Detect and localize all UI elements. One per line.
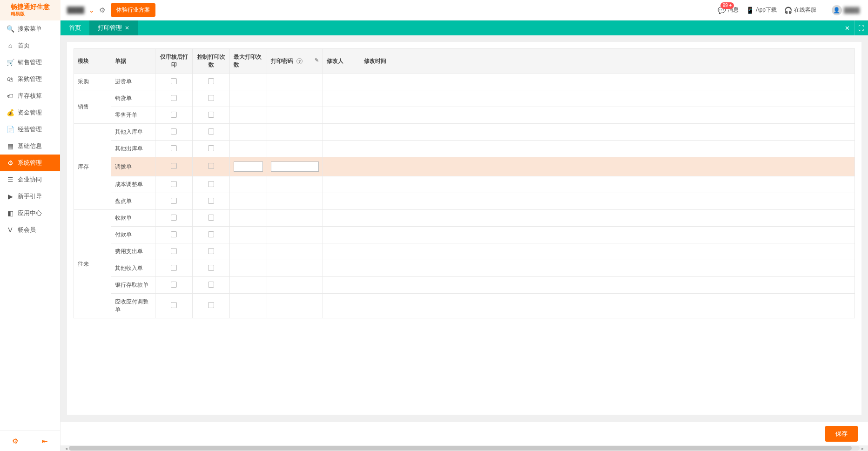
checkbox-control[interactable]	[208, 95, 214, 101]
sidebar-item-6[interactable]: 📄经营管理	[0, 121, 60, 138]
checkbox-control[interactable]	[208, 302, 214, 308]
cell-module: 销售	[74, 90, 111, 124]
gear-icon[interactable]: ⚙	[99, 6, 105, 14]
cell-max	[230, 141, 267, 157]
cell-modtime	[360, 294, 855, 318]
checkbox-control[interactable]	[208, 145, 214, 151]
scroll-thumb[interactable]	[69, 446, 852, 451]
sidebar-item-7[interactable]: ▦基础信息	[0, 138, 60, 155]
cell-control	[193, 74, 230, 90]
checkbox-control[interactable]	[208, 215, 214, 221]
checkbox-control[interactable]	[208, 282, 214, 288]
cell-doc: 其他入库单	[111, 124, 155, 141]
cell-pwd	[267, 157, 323, 176]
org-selector[interactable]: ████ ⌄ ⚙	[67, 6, 105, 14]
divider	[824, 6, 824, 14]
sidebar-item-label: 新手引导	[18, 192, 42, 201]
checkbox-audit[interactable]	[171, 248, 177, 254]
cell-control	[193, 90, 230, 107]
sidebar-item-0[interactable]: 🔍搜索菜单	[0, 20, 60, 37]
app-download-button[interactable]: 📱 App下载	[746, 6, 777, 14]
sidebar-item-9[interactable]: ☰企业协同	[0, 171, 60, 188]
tabs-close-all[interactable]: ✕	[840, 20, 854, 35]
cell-doc: 应收应付调整单	[111, 294, 155, 318]
cell-modtime	[360, 90, 855, 107]
settings-icon[interactable]: ⚙	[12, 437, 18, 445]
checkbox-audit[interactable]	[171, 231, 177, 237]
customer-service-button[interactable]: 🎧 在线客服	[784, 6, 816, 14]
sidebar-item-3[interactable]: 🛍采购管理	[0, 71, 60, 88]
max-print-input[interactable]	[234, 162, 263, 172]
cell-max	[230, 277, 267, 294]
cell-modifier	[323, 141, 360, 157]
collapse-icon[interactable]: ⇤	[42, 437, 48, 445]
sidebar-item-1[interactable]: ⌂首页	[0, 37, 60, 54]
cell-max	[230, 157, 267, 176]
cell-control	[193, 294, 230, 318]
cell-doc: 收款单	[111, 210, 155, 227]
checkbox-control[interactable]	[208, 163, 214, 169]
cell-doc: 其他出库单	[111, 141, 155, 157]
close-icon[interactable]: ✕	[125, 25, 129, 31]
messages-badge: 99 +	[720, 2, 734, 9]
sidebar-item-label: 畅会员	[18, 226, 36, 234]
tab-print-manage[interactable]: 打印管理 ✕	[89, 20, 138, 35]
sidebar-item-2[interactable]: 🛒销售管理	[0, 54, 60, 71]
print-password-input[interactable]	[271, 162, 319, 172]
save-button[interactable]: 保存	[825, 426, 858, 442]
sidebar-item-8[interactable]: ⚙系统管理	[0, 155, 60, 171]
cell-max	[230, 176, 267, 193]
user-menu[interactable]: 👤 ████	[832, 5, 860, 15]
cell-audit	[155, 107, 193, 124]
checkbox-control[interactable]	[208, 78, 214, 84]
checkbox-audit[interactable]	[171, 198, 177, 204]
cell-max	[230, 260, 267, 277]
checkbox-control[interactable]	[208, 231, 214, 237]
horizontal-scrollbar[interactable]: ◂ ▸	[61, 445, 868, 451]
checkbox-control[interactable]	[208, 181, 214, 187]
sidebar-item-label: 库存核算	[18, 92, 42, 100]
checkbox-control[interactable]	[208, 198, 214, 204]
checkbox-audit[interactable]	[171, 215, 177, 221]
scroll-track[interactable]	[69, 446, 860, 451]
sidebar-item-12[interactable]: V畅会员	[0, 222, 60, 238]
sidebar-item-5[interactable]: 💰资金管理	[0, 104, 60, 121]
sidebar-item-4[interactable]: 🏷库存核算	[0, 88, 60, 104]
sidebar-item-11[interactable]: ◧应用中心	[0, 205, 60, 222]
industry-plan-button[interactable]: 体验行业方案	[111, 3, 155, 17]
scroll-right-icon[interactable]: ▸	[860, 446, 865, 451]
checkbox-audit[interactable]	[171, 128, 177, 135]
cell-max	[230, 90, 267, 107]
sidebar-item-10[interactable]: ▶新手引导	[0, 188, 60, 205]
edit-icon[interactable]: ✎	[315, 57, 319, 63]
checkbox-audit[interactable]	[171, 163, 177, 169]
checkbox-audit[interactable]	[171, 78, 177, 84]
fullscreen-icon[interactable]: ⛶	[854, 20, 868, 35]
checkbox-control[interactable]	[208, 112, 214, 118]
cell-max	[230, 74, 267, 90]
checkbox-audit[interactable]	[171, 302, 177, 308]
checkbox-audit[interactable]	[171, 112, 177, 118]
help-icon[interactable]: ?	[296, 58, 303, 64]
sidebar-icon: ▦	[7, 142, 14, 150]
tab-home[interactable]: 首页	[61, 20, 89, 35]
checkbox-audit[interactable]	[171, 145, 177, 151]
checkbox-audit[interactable]	[171, 282, 177, 288]
checkbox-audit[interactable]	[171, 265, 177, 271]
sidebar-icon: V	[7, 226, 14, 234]
checkbox-audit[interactable]	[171, 95, 177, 101]
sidebar-icon: ⌂	[7, 42, 14, 49]
checkbox-control[interactable]	[208, 248, 214, 254]
cell-audit	[155, 176, 193, 193]
checkbox-control[interactable]	[208, 128, 214, 135]
cell-control	[193, 157, 230, 176]
messages-button[interactable]: 99 + 💬 消息	[718, 6, 739, 14]
sidebar-icon: ▶	[7, 193, 14, 200]
checkbox-control[interactable]	[208, 265, 214, 271]
tab-home-label: 首页	[69, 24, 81, 32]
cell-modtime	[360, 210, 855, 227]
scroll-left-icon[interactable]: ◂	[63, 446, 69, 451]
table-row: 银行存取款单	[74, 277, 855, 294]
checkbox-audit[interactable]	[171, 181, 177, 187]
cell-doc: 其他收入单	[111, 260, 155, 277]
